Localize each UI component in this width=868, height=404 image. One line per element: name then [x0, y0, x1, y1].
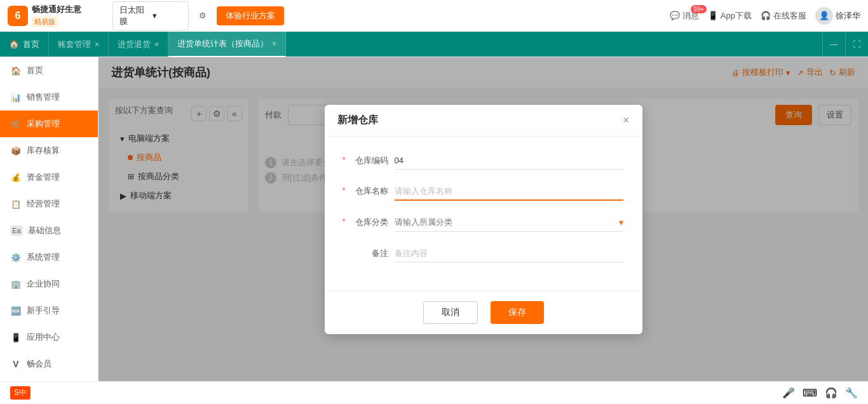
- sales-nav-icon: 📊: [10, 91, 22, 103]
- app-header: 6 畅捷通好生意 精易版 日太阳膜 ▾ ⚙ 体验行业方案 💬 消息 99+ 📱 …: [0, 0, 868, 32]
- warehouse-remark-input[interactable]: [395, 245, 623, 262]
- tabs-bar: 🏠 首页 账套管理 × 进货退货 × 进货单统计表（按商品） × — ⛶: [0, 32, 868, 57]
- tab-accounts[interactable]: 账套管理 ×: [49, 32, 109, 57]
- inventory-nav-icon: 📦: [10, 145, 22, 156]
- user-menu[interactable]: 👤 徐泽华: [815, 7, 860, 25]
- system-nav-icon: ⚙️: [10, 252, 22, 263]
- sidebar-item-purchase[interactable]: 🛒 采购管理: [0, 111, 98, 137]
- logo-area: 6 畅捷通好生意 精易版: [8, 4, 106, 27]
- home-nav-icon: 🏠: [10, 65, 22, 76]
- warehouse-category-select[interactable]: ▾: [395, 213, 623, 232]
- warehouse-category-label: 仓库分类: [344, 217, 395, 228]
- sidebar-item-home[interactable]: 🏠 首页: [0, 57, 98, 84]
- select-arrow-icon: ▾: [619, 217, 623, 227]
- dialog-body: 仓库编码 仓库名称 仓库分类 ▾: [325, 137, 642, 290]
- messages-button[interactable]: 💬 消息 99+: [670, 10, 699, 22]
- sidebar-item-finance[interactable]: 💰 资金管理: [0, 164, 98, 191]
- sidebar-item-system[interactable]: ⚙️ 系统管理: [0, 244, 98, 271]
- enterprise-nav-icon: 🏢: [10, 278, 22, 290]
- finance-nav-icon: 💰: [10, 172, 22, 183]
- sidebar: 🏠 首页 📊 销售管理 🛒 采购管理 📦 库存核算 💰 资金管理 📋 经: [0, 57, 98, 381]
- avatar: 👤: [815, 7, 833, 25]
- trial-button[interactable]: 体验行业方案: [217, 6, 284, 25]
- guide-nav-icon: 🆕: [10, 305, 22, 316]
- basic-nav-icon: Ea: [10, 226, 23, 236]
- username-label: 徐泽华: [836, 10, 860, 22]
- sidebar-item-apps[interactable]: 📱 应用中心: [0, 324, 98, 351]
- logo-text: 畅捷通好生意 精易版: [32, 4, 81, 27]
- sidebar-item-sales[interactable]: 📊 销售管理: [0, 84, 98, 111]
- save-button[interactable]: 保存: [491, 301, 544, 324]
- dialog-overlay: 新增仓库 × 仓库编码 仓库名称: [98, 57, 868, 381]
- wrench-icon[interactable]: 🔧: [845, 387, 858, 399]
- apps-nav-icon: 📱: [10, 332, 22, 343]
- chevron-down-icon: ▾: [153, 11, 182, 20]
- online-service-button[interactable]: 🎧 在线客服: [761, 10, 806, 22]
- tab-purchase-return[interactable]: 进货退货 ×: [109, 32, 168, 57]
- app-download-button[interactable]: 📱 App下载: [708, 10, 752, 22]
- cancel-button[interactable]: 取消: [423, 301, 478, 324]
- purchase-nav-icon: 🛒: [10, 118, 22, 130]
- headset-icon: 🎧: [761, 11, 771, 20]
- tab-close-icon[interactable]: ×: [154, 40, 159, 49]
- warehouse-name-label: 仓库名称: [344, 185, 395, 197]
- dialog-close-button[interactable]: ×: [623, 114, 630, 127]
- bottom-bar: S中 🎤 ⌨ 🎧 🔧: [0, 381, 868, 404]
- vip-nav-icon: V: [10, 358, 22, 370]
- logo-icon: 6: [8, 6, 28, 26]
- dialog-header: 新增仓库 ×: [325, 105, 642, 137]
- store-name: 日太阳膜: [119, 4, 149, 27]
- sidebar-item-enterprise[interactable]: 🏢 企业协同: [0, 271, 98, 297]
- main-area: 🏠 首页 📊 销售管理 🛒 采购管理 📦 库存核算 💰 资金管理 📋 经: [0, 57, 868, 381]
- headset-bottom-icon[interactable]: 🎧: [825, 387, 837, 399]
- tabs-right-actions: — ⛶: [822, 32, 868, 57]
- warehouse-name-input[interactable]: [395, 182, 623, 201]
- tab-home[interactable]: 🏠 首页: [0, 32, 49, 57]
- phone-icon: 📱: [708, 11, 718, 20]
- tab-close-icon[interactable]: ×: [272, 39, 276, 48]
- warehouse-code-label: 仓库编码: [344, 155, 395, 166]
- sidebar-item-vip[interactable]: V 畅会员: [0, 351, 98, 377]
- sidebar-item-operation[interactable]: 📋 经营管理: [0, 191, 98, 217]
- sidebar-item-inventory[interactable]: 📦 库存核算: [0, 137, 98, 164]
- sidebar-item-basic[interactable]: Ea 基础信息: [0, 217, 98, 244]
- category-input[interactable]: [395, 217, 619, 227]
- keyboard-icon[interactable]: ⌨: [803, 387, 817, 399]
- warehouse-remark-row: 备注: [344, 245, 623, 262]
- operation-nav-icon: 📋: [10, 198, 22, 210]
- sidebar-item-guide[interactable]: 🆕 新手引导: [0, 297, 98, 324]
- tab-purchase-stats[interactable]: 进货单统计表（按商品） ×: [168, 32, 286, 57]
- home-icon: 🏠: [9, 39, 19, 49]
- dialog-title: 新增仓库: [337, 114, 378, 127]
- message-icon: 💬: [670, 11, 680, 20]
- s-logo-icon: S中: [10, 386, 31, 400]
- header-actions: 💬 消息 99+ 📱 App下载 🎧 在线客服 👤 徐泽华: [670, 7, 860, 25]
- warehouse-remark-label: 备注: [344, 248, 395, 259]
- warehouse-name-row: 仓库名称: [344, 182, 623, 201]
- microphone-icon[interactable]: 🎤: [782, 387, 795, 399]
- dialog-footer: 取消 保存: [325, 290, 642, 334]
- content-area: 进货单统计(按商品) 🖨 按模板打印 ▾ ↗ 导出 ↻ 刷新: [98, 57, 868, 381]
- tab-close-icon[interactable]: ×: [95, 40, 99, 49]
- warehouse-code-row: 仓库编码: [344, 152, 623, 170]
- warehouse-category-row: 仓库分类 ▾: [344, 213, 623, 232]
- store-selector[interactable]: 日太阳膜 ▾: [112, 1, 189, 30]
- tabs-expand-button[interactable]: ⛶: [845, 32, 868, 57]
- new-warehouse-dialog: 新增仓库 × 仓库编码 仓库名称: [325, 105, 642, 334]
- warehouse-code-input[interactable]: [395, 152, 623, 170]
- tabs-minimize-button[interactable]: —: [822, 32, 845, 57]
- gear-icon[interactable]: ⚙: [195, 8, 210, 24]
- messages-badge: 99+: [691, 5, 707, 13]
